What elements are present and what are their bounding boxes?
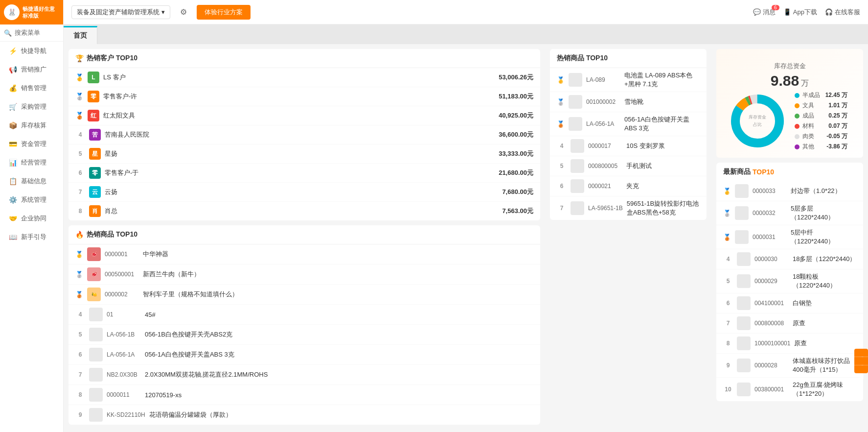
product-image: 🥩 — [87, 267, 101, 281]
rank-number: 4 — [75, 130, 85, 140]
sidebar-item-purchase[interactable]: 🛒 采购管理 — [0, 97, 63, 116]
message-badge: 6 — [772, 5, 779, 10]
avatar: L — [88, 72, 99, 83]
list-item: 5 000800005 手机测试 — [550, 156, 707, 176]
product-name: 59651-1B旋转投影灯电池盒ABS黑色+58克 — [627, 199, 700, 217]
legend-dot — [795, 114, 799, 119]
message-button[interactable]: 💬 消息 6 — [753, 8, 776, 17]
product-image — [89, 328, 103, 341]
sidebar-item-marketing[interactable]: 📢 营销推广 — [0, 60, 63, 79]
product-image — [737, 359, 751, 372]
product-image — [89, 348, 103, 361]
product-name: 封边带（1.0*22） — [791, 187, 856, 195]
new-products-card: 最新商品 TOP10 🥇 0000033 封边带（1.0*22） 🥈 00000… — [716, 163, 863, 401]
product-code: KK-SD22110H — [107, 411, 145, 418]
rank-number: 6 — [75, 168, 85, 178]
livestream-button[interactable]: 直播 — [854, 365, 868, 373]
rank-number: 9 — [75, 410, 85, 420]
avatar: 星 — [89, 148, 101, 160]
product-image — [571, 159, 584, 173]
medal-icon: 🥈 — [75, 93, 84, 100]
product-name: 中华神器 — [143, 250, 533, 259]
product-code: 003800001 — [754, 386, 789, 393]
product-code: 0000031 — [753, 234, 787, 240]
sidebar-item-basic-info[interactable]: 📋 基础信息 — [0, 172, 63, 191]
legend-value: 0.07 万 — [823, 122, 847, 130]
product-code: 000500001 — [105, 271, 139, 278]
medal-icon: 🥇 — [75, 73, 84, 81]
customer-service-button[interactable]: 客服热线 — [854, 349, 868, 357]
rank-number: 4 — [557, 141, 567, 151]
rank-number: 6 — [723, 298, 733, 308]
medal-icon: 🥇 — [557, 76, 565, 84]
sidebar-item-inventory[interactable]: 📦 库存核算 — [0, 116, 63, 135]
product-image: 🥩 — [87, 247, 101, 261]
settings-button[interactable]: ⚙ — [176, 5, 191, 20]
system-selector[interactable]: 装备及固定资产辅助管理系统 ▾ — [71, 5, 170, 19]
product-image — [737, 383, 751, 396]
community-button[interactable]: 服务社区 — [854, 357, 868, 365]
product-code: 000800005 — [588, 163, 622, 169]
purchase-icon: 🛒 — [8, 102, 17, 111]
online-service-label: 在线客服 — [835, 8, 860, 17]
cooperation-icon: 🤝 — [8, 214, 17, 223]
hot-products-card: 🔥 热销商品 TOP10 🥇 🥩 0000001 中华神器 🥈 — [69, 225, 540, 425]
medal-icon: 🥉 — [75, 112, 84, 120]
table-row: 8 肖 肖总 7,563.00元 — [69, 202, 540, 220]
product-image — [735, 230, 749, 244]
trial-button[interactable]: 体验行业方案 — [197, 5, 251, 20]
sidebar-search[interactable]: 🔍 搜索菜单 — [0, 24, 63, 42]
sidebar-item-cooperation[interactable]: 🤝 企业协同 — [0, 209, 63, 228]
product-image — [737, 252, 751, 266]
list-item: 6 004100001 白钢垫 — [716, 293, 863, 313]
app-download-button[interactable]: 📱 App下载 — [783, 8, 817, 17]
rank-number: 10 — [723, 384, 733, 394]
sidebar-item-system[interactable]: ⚙️ 系统管理 — [0, 191, 63, 209]
top-customers-card: 🏆 热销客户 TOP10 🥇 L LS 客户 53,006.26元 🥈 零 零售… — [69, 49, 540, 220]
medal-icon: 🥉 — [723, 234, 731, 241]
legend-item: 成品 0.25 万 — [795, 112, 847, 120]
table-row: 6 零 零售客户-于 21,680.00元 — [69, 164, 540, 183]
sidebar-item-guide[interactable]: 📖 新手引导 — [0, 228, 63, 246]
customer-value: 21,680.00元 — [499, 168, 533, 177]
sidebar-item-label: 资金管理 — [21, 140, 46, 148]
medal-icon: 🥇 — [75, 251, 83, 258]
content-middle: 热销商品 TOP10 🥇 LA-089 电池盖 LA-089 ABS本色+黑种 … — [545, 44, 711, 432]
product-image — [737, 274, 751, 288]
sidebar-item-label: 销售管理 — [21, 84, 46, 93]
chevron-down-icon: ▾ — [161, 8, 165, 16]
rank-number: 6 — [75, 350, 85, 360]
inventory-donut-chart: 库存资金 占比 — [728, 92, 787, 150]
sidebar-logo: 🐰 畅捷通好生意 标准版 — [0, 0, 63, 24]
quick-nav-icon: ⚡ — [8, 47, 17, 55]
legend-item: 文具 1.01 万 — [795, 101, 847, 110]
rank-number: 8 — [75, 206, 85, 216]
sidebar-item-sales[interactable]: 💰 销售管理 — [0, 79, 63, 97]
tab-home[interactable]: 首页 — [64, 26, 97, 44]
avatar: 肖 — [89, 205, 101, 217]
product-name: 18颗粒板（1220*2440） — [793, 272, 856, 290]
avatar: 云 — [89, 186, 101, 198]
customer-name: 云扬 — [105, 188, 498, 196]
product-code: NB2.0X30B — [107, 371, 141, 378]
product-name: 45# — [145, 311, 533, 318]
table-row: 7 云 云扬 7,680.00元 — [69, 183, 540, 202]
product-image — [569, 95, 582, 109]
top-customers-title: 热销客户 TOP10 — [87, 54, 137, 63]
rank-number: 5 — [75, 149, 85, 159]
customer-name: 红太阳文具 — [103, 111, 495, 120]
product-name: 雪地靴 — [624, 97, 700, 106]
online-service-button[interactable]: 🎧 在线客服 — [825, 8, 860, 17]
customer-name: 苦南县人民医院 — [105, 130, 495, 139]
rank-number: 5 — [75, 330, 85, 339]
sidebar-item-quick-nav[interactable]: ⚡ 快捷导航 — [0, 42, 63, 60]
product-code: LA-056-1A — [586, 120, 620, 127]
product-name: 5层中纤（1220*2440） — [791, 228, 856, 246]
content-area: 🏆 热销客户 TOP10 🥇 L LS 客户 53,006.26元 🥈 零 零售… — [64, 44, 868, 432]
sidebar-item-finance[interactable]: 💳 资金管理 — [0, 135, 63, 153]
new-products-list: 🥇 0000033 封边带（1.0*22） 🥈 0000032 5层多层（122… — [716, 181, 863, 401]
table-row: 🥈 零 零售客户-许 51,183.00元 — [69, 87, 540, 106]
system-name-label: 装备及固定资产辅助管理系统 — [77, 8, 160, 17]
inventory-total-label: 库存总资金 — [774, 62, 806, 71]
sidebar-item-operations[interactable]: 📊 经营管理 — [0, 153, 63, 172]
